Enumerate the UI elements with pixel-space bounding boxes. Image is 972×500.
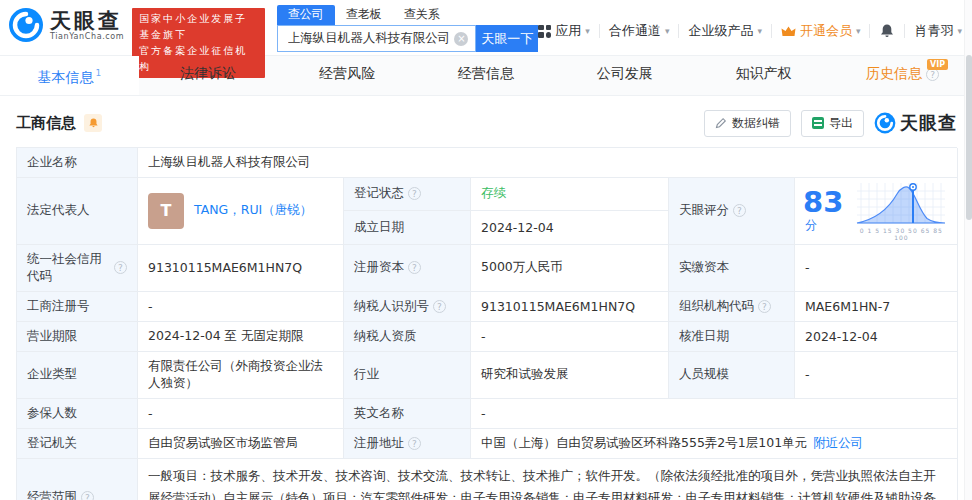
- tianyancha-swirl-icon: [874, 112, 896, 134]
- tab-company-development[interactable]: 公司发展: [555, 56, 694, 95]
- label-text: 纳税人识别号: [354, 298, 429, 315]
- paid-capital-value: -: [795, 245, 958, 292]
- help-icon[interactable]: ?: [114, 261, 127, 274]
- tab-operation-risk[interactable]: 经营风险: [278, 56, 417, 95]
- menu-apps[interactable]: 应用 ▾: [538, 22, 590, 40]
- reg-no-value: -: [138, 292, 344, 322]
- export-label: 导出: [829, 115, 853, 132]
- data-correction-label: 数据纠错: [732, 115, 780, 132]
- help-icon[interactable]: ?: [408, 437, 421, 450]
- taxpayer-quality-value: -: [471, 322, 669, 352]
- tab-basic-info-label: 基本信息: [38, 69, 94, 85]
- biz-term-value: 2024-12-04 至 无固定期限: [138, 322, 344, 352]
- search-tab-relation[interactable]: 查关系: [393, 5, 451, 25]
- monitor-bell-chip[interactable]: [84, 114, 102, 132]
- value-text: 上海纵目机器人科技有限公司: [148, 154, 311, 171]
- biz-term-label: 营业期限: [17, 322, 138, 352]
- legal-rep-avatar[interactable]: T: [148, 193, 184, 229]
- menu-separator: [771, 24, 772, 38]
- notification-bell-icon[interactable]: [879, 23, 895, 39]
- menu-channel-label: 合作通道: [609, 22, 661, 40]
- tianyancha-swirl-icon: [8, 7, 44, 43]
- company-type-value: 有限责任公司（外商投资企业法人独资）: [138, 352, 344, 399]
- score-number: 83: [803, 185, 843, 219]
- label-text: 经营范围: [27, 489, 77, 500]
- help-icon[interactable]: ?: [433, 300, 446, 313]
- score-label: 天眼评分?: [669, 178, 795, 245]
- search-input[interactable]: [278, 26, 476, 51]
- user-account[interactable]: 肖青羽 ▾: [914, 22, 962, 40]
- value-text: 2024-12-04: [805, 329, 878, 344]
- business-info-table: 企业名称 上海纵目机器人科技有限公司 法定代表人 T TANG，RUI（唐锐） …: [16, 147, 957, 500]
- value-text: -: [805, 260, 810, 275]
- search-tab-company[interactable]: 查公司: [277, 5, 335, 25]
- scrollbar-thumb[interactable]: [966, 55, 972, 220]
- status-badge: 存续: [481, 185, 506, 202]
- search-tab-boss[interactable]: 查老板: [335, 5, 393, 25]
- score-value-cell[interactable]: 83分 0 1 5 15 30 50 65 85 100: [795, 178, 958, 245]
- uscc-label: 统一社会信用代码?: [17, 245, 138, 292]
- value-text: MAE6M1HN-7: [805, 299, 890, 314]
- export-button[interactable]: 导出: [801, 110, 864, 137]
- value-text: 有限责任公司（外商投资企业法人独资）: [148, 358, 333, 392]
- value-text: -: [148, 299, 153, 314]
- scrollbar[interactable]: [964, 0, 972, 500]
- reg-capital-value: 5000万人民币: [471, 245, 669, 292]
- label-text: 天眼评分: [679, 202, 729, 219]
- section-header: 工商信息 数据纠错 导出 天眼查: [0, 96, 972, 147]
- tab-basic-info[interactable]: 基本信息1: [0, 56, 139, 95]
- value-text: -: [481, 406, 486, 421]
- search-row: × 天眼一下: [277, 25, 539, 52]
- label-text: 注册资本: [354, 259, 404, 276]
- legal-rep-link[interactable]: TANG，RUI（唐锐）: [194, 202, 312, 219]
- help-icon[interactable]: ?: [81, 491, 94, 500]
- reg-address-value: 中国（上海）自由贸易试验区环科路555弄2号1层101单元 附近公司: [471, 429, 958, 459]
- search-button[interactable]: 天眼一下: [476, 25, 538, 52]
- label-text: 注册地址: [354, 435, 404, 452]
- help-icon[interactable]: ?: [758, 300, 771, 313]
- chevron-down-icon: ▾: [957, 26, 962, 36]
- chevron-down-icon: ▾: [856, 26, 861, 36]
- tab-operation-info[interactable]: 经营信息: [417, 56, 556, 95]
- industry-value: 研究和试验发展: [471, 352, 669, 399]
- tab-legal-proceedings[interactable]: 法律诉讼: [139, 56, 278, 95]
- menu-separator: [869, 24, 870, 38]
- company-name-label: 企业名称: [17, 148, 138, 178]
- username: 肖青羽: [914, 22, 953, 40]
- top-header: 天眼查 TianYanCha.com 国家中小企业发展子基金旗下 官方备案企业征…: [0, 0, 972, 48]
- label-text: 企业类型: [27, 366, 77, 383]
- tab-history-info[interactable]: VIP 历史信息?: [833, 56, 972, 95]
- menu-separator: [904, 24, 905, 38]
- tab-history-label: 历史信息: [866, 65, 922, 81]
- taxpayer-id-label: 纳税人识别号?: [344, 292, 471, 322]
- english-name-value: -: [471, 399, 958, 429]
- menu-separator: [599, 24, 600, 38]
- nearby-companies-link[interactable]: 附近公司: [813, 435, 863, 452]
- menu-vip[interactable]: 开通会员 ▾: [781, 22, 861, 40]
- reg-authority-label: 登记机关: [17, 429, 138, 459]
- logo-text: 天眼查 TianYanCha.com: [50, 10, 124, 41]
- help-icon[interactable]: ?: [408, 261, 421, 274]
- label-text: 营业期限: [27, 328, 77, 345]
- section-header-actions: 数据纠错 导出 天眼查: [704, 110, 957, 137]
- label-text: 登记机关: [27, 435, 77, 452]
- legal-rep-label: 法定代表人: [17, 178, 138, 245]
- tianyancha-logo[interactable]: 天眼查 TianYanCha.com: [8, 7, 124, 43]
- help-icon[interactable]: ?: [733, 204, 746, 217]
- org-code-value: MAE6M1HN-7: [795, 292, 958, 322]
- label-text: 企业名称: [27, 154, 77, 171]
- search-input-wrap: ×: [277, 25, 477, 52]
- help-icon[interactable]: ?: [408, 187, 421, 200]
- label-text: 组织机构代码: [679, 298, 754, 315]
- menu-enterprise-products[interactable]: 企业级产品 ▾: [688, 22, 762, 40]
- data-correction-button[interactable]: 数据纠错: [704, 110, 791, 137]
- menu-apps-label: 应用: [555, 22, 581, 40]
- tab-intellectual-property[interactable]: 知识产权: [694, 56, 833, 95]
- search-area: 查公司 查老板 查关系 × 天眼一下: [277, 5, 539, 52]
- score-distribution-chart: 0 1 5 15 30 50 65 85 100: [853, 181, 949, 241]
- uscc-value: 91310115MAE6M1HN7Q: [138, 245, 344, 292]
- menu-channel[interactable]: 合作通道 ▾: [609, 22, 670, 40]
- label-text: 人员规模: [679, 366, 729, 383]
- section-title: 工商信息: [16, 114, 76, 133]
- taxpayer-quality-label: 纳税人资质: [344, 322, 471, 352]
